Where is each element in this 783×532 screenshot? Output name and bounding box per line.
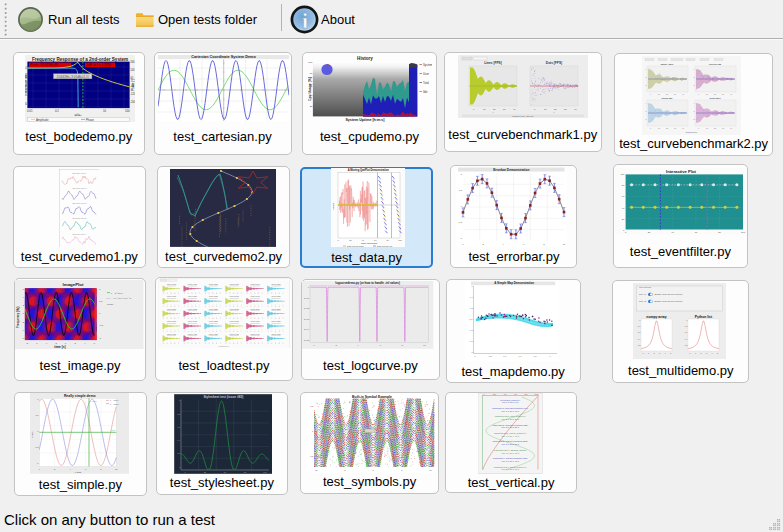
svg-text:40: 40 xyxy=(682,92,684,94)
svg-text:A Moving QwtPlot Demonstration: A Moving QwtPlot Demonstration xyxy=(347,168,389,172)
svg-text:User: User xyxy=(423,71,429,75)
svg-text:1: 1 xyxy=(639,318,640,320)
svg-text:10: 10 xyxy=(103,109,107,113)
svg-text:3dB at f = 1.5558: 3dB at f = 1.5558 xyxy=(86,63,111,67)
svg-text:Dots [FPS]: Dots [FPS] xyxy=(546,61,562,65)
svg-text:40: 40 xyxy=(730,92,732,94)
svg-text:Test options: Test options xyxy=(639,285,652,287)
svg-text:Sine wave curve 1: Sine wave curve 1 xyxy=(72,187,86,189)
svg-text:X axis: X axis xyxy=(74,471,81,474)
svg-text:Mode: [M1]: Mode: [M1] xyxy=(661,63,674,66)
svg-text:Phase: Phase xyxy=(86,118,94,122)
svg-text:30: 30 xyxy=(674,126,676,128)
svg-text:1: 1 xyxy=(686,318,687,320)
svg-text:numpy array: numpy array xyxy=(646,314,666,318)
svg-text:20: 20 xyxy=(666,126,668,128)
svg-text:Elapsed time: 28s ms: Elapsed time: 28s ms xyxy=(513,114,535,116)
svg-text:2: 2 xyxy=(653,352,654,354)
svg-text:time [s]: time [s] xyxy=(54,345,65,349)
svg-text:100: 100 xyxy=(125,109,130,113)
svg-text:3: 3 xyxy=(694,110,695,112)
svg-text:ω/ω₀: ω/ω₀ xyxy=(75,113,83,117)
svg-text:4: 4 xyxy=(646,68,647,70)
svg-text:Sine wave curve 3: Sine wave curve 3 xyxy=(72,217,86,219)
svg-text:plotRegion(3): scaleRect(QwtPl: plotRegion(3): scaleRect(QwtPlot.xBtm) xyxy=(493,441,528,443)
svg-text:0.4*: 0.4* xyxy=(503,355,507,357)
svg-text:10: 10 xyxy=(658,126,660,128)
svg-text:Lines [145]: Lines [145] xyxy=(251,295,261,297)
svg-text:Lines [415]: Lines [415] xyxy=(188,333,198,335)
svg-text:1: 1 xyxy=(648,352,649,354)
svg-text:Lines [245]: Lines [245] xyxy=(251,308,261,310)
svg-text:Lines [155]: Lines [155] xyxy=(272,295,282,297)
svg-text:Built-in Symbol Example: Built-in Symbol Example xyxy=(352,394,392,398)
svg-text:Plot #1: Plot #1 xyxy=(639,293,647,295)
svg-text:Interactive Plot: Interactive Plot xyxy=(665,169,696,174)
svg-text:logcurvedemo.py (or how to han: logcurvedemo.py (or how to handle -inf v… xyxy=(336,282,401,286)
svg-text:x=3.14: x=3.14 xyxy=(90,400,97,402)
svg-text:1e-03: 1e-03 xyxy=(304,318,310,320)
svg-text:Lines [435]: Lines [435] xyxy=(230,333,240,335)
svg-text:A Simple Map Demonstration: A Simple Map Demonstration xyxy=(494,282,534,286)
svg-text:400: 400 xyxy=(504,393,507,395)
svg-text:1000: 1000 xyxy=(535,393,539,395)
svg-text:Data Moving Left: Data Moving Left xyxy=(377,245,393,247)
svg-text:2: 2 xyxy=(694,84,695,86)
svg-text:Idle: Idle xyxy=(423,89,428,93)
svg-text:0.1: 0.1 xyxy=(55,109,59,113)
svg-text:Lines [315]: Lines [315] xyxy=(188,320,198,322)
svg-text:Lines [305]: Lines [305] xyxy=(167,320,177,322)
svg-text:Lines [045]: Lines [045] xyxy=(251,283,261,285)
svg-text:100: 100 xyxy=(308,61,313,64)
svg-text:3.0442Hz,-3.01dB=(1,1): 3.0442Hz,-3.01dB=(1,1) xyxy=(57,75,89,79)
svg-text:Lines [135]: Lines [135] xyxy=(230,295,240,297)
svg-text:1.2: 1.2 xyxy=(470,307,473,309)
svg-text:Plot #2: Plot #2 xyxy=(639,300,647,302)
svg-text:0.2: 0.2 xyxy=(637,344,640,346)
svg-text:Lines [105]: Lines [105] xyxy=(167,295,177,297)
svg-text:1: 1 xyxy=(471,285,472,287)
svg-text:1.0*: 1.0* xyxy=(469,318,473,320)
svg-text:Stylesheet test (issue #83): Stylesheet test (issue #83) xyxy=(203,395,243,399)
svg-text:y = |F^G(x)|: y = |F^G(x)| xyxy=(111,291,123,293)
svg-text:20: 20 xyxy=(666,92,668,94)
svg-text:Lines [405]: Lines [405] xyxy=(167,333,177,335)
svg-text:10: 10 xyxy=(706,126,708,128)
svg-text:1: 1 xyxy=(695,352,696,354)
svg-text:0: 0 xyxy=(650,92,651,94)
svg-text:1: 1 xyxy=(549,355,550,357)
svg-text:Steps [M]: Steps [M] xyxy=(662,97,673,100)
svg-text:0: 0 xyxy=(698,92,699,94)
svg-text:Lines [455]: Lines [455] xyxy=(272,333,282,335)
svg-text:Dots [M1]: Dots [M1] xyxy=(710,97,721,100)
svg-text:0.01: 0.01 xyxy=(27,109,33,113)
svg-text:20: 20 xyxy=(714,92,716,94)
svg-text:Cartesian Coordinate System De: Cartesian Coordinate System Demo xyxy=(191,55,256,59)
svg-text:120: 120 xyxy=(130,68,135,72)
svg-text:0: 0 xyxy=(698,126,699,128)
svg-text:plotRegion(1): scaledRect(QwtP: plotRegion(1): scaledRect(QwtPlot.yLeft) xyxy=(493,407,529,409)
svg-text:Lines [055]: Lines [055] xyxy=(272,283,282,285)
svg-text:Lines [425]: Lines [425] xyxy=(209,333,219,335)
svg-text:Lines [025]: Lines [025] xyxy=(209,283,219,285)
svg-text:Really simple demo: Really simple demo xyxy=(64,394,96,398)
svg-text:image: image xyxy=(107,303,114,305)
svg-text:1e-05: 1e-05 xyxy=(304,339,310,341)
svg-text:Enable new flat style option: Enable new flat style option xyxy=(654,300,683,302)
svg-text:Total: Total xyxy=(423,80,429,84)
svg-text:40: 40 xyxy=(730,126,732,128)
svg-text:Curves [M]: Curves [M] xyxy=(709,63,722,66)
svg-text:Cpu Usage [%]: Cpu Usage [%] xyxy=(308,77,312,101)
svg-text:System: System xyxy=(423,62,432,66)
svg-text:3: 3 xyxy=(646,110,647,112)
svg-text:Lines [035]: Lines [035] xyxy=(230,283,240,285)
svg-text:1e-04: 1e-04 xyxy=(304,329,310,331)
svg-text:4: 4 xyxy=(694,68,695,70)
svg-text:0: 0 xyxy=(650,126,651,128)
svg-text:1e-02: 1e-02 xyxy=(304,308,310,310)
svg-text:-200: -200 xyxy=(130,100,135,104)
svg-text:Lines [235]: Lines [235] xyxy=(230,308,240,310)
svg-text:1e-01: 1e-01 xyxy=(304,297,310,299)
svg-text:-0.5: -0.5 xyxy=(458,221,463,224)
svg-text:40: 40 xyxy=(682,126,684,128)
